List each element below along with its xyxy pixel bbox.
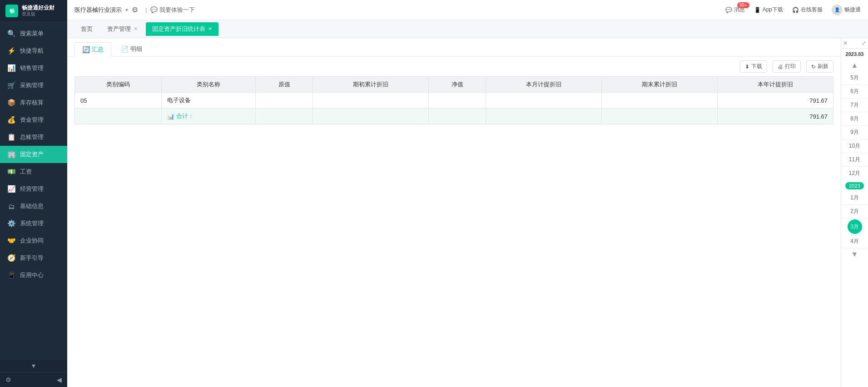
app-download-button[interactable]: 📱 App下载 (754, 6, 783, 14)
date-item-7[interactable]: 7月 (841, 99, 868, 112)
sidebar-item-quicknav[interactable]: ⚡ 快捷导航 (0, 42, 67, 60)
col-ending-accumulated: 期末累计折旧 (602, 77, 718, 93)
inner-content: 🔄 汇总 📄 明细 ⬇ 下载 🖨 打印 ↻ (67, 38, 868, 387)
sidebar-item-guide[interactable]: 🧭 新手引导 (0, 249, 67, 267)
experience-button[interactable]: 💬 我要体验一下 (150, 6, 195, 14)
quicknav-icon: ⚡ (7, 47, 15, 55)
sidebar-nav: 🔍 搜索菜单 ⚡ 快捷导航 📊 销售管理 🛒 采购管理 📦 库存核算 💰 资金管… (0, 22, 67, 360)
search-icon: 🔍 (7, 30, 15, 38)
sub-tab-summary[interactable]: 🔄 汇总 (74, 42, 111, 57)
sidebar-item-ledger[interactable]: 📋 总账管理 (0, 129, 67, 146)
refresh-button[interactable]: ↻ 刷新 (806, 60, 833, 73)
table-header-row: 类别编码 类别名称 原值 期初累计折旧 净值 本月计提折旧 期末累计折旧 本年计… (75, 77, 833, 93)
table-summary-row: 📊 合计： 791.67 (75, 109, 833, 124)
tab-asset-mgmt-close[interactable]: ✕ (134, 26, 138, 32)
sidebar-item-label: 搜索菜单 (20, 30, 44, 38)
cell-name: 电子设备 (161, 93, 256, 109)
summary-annual-depreciation: 791.67 (718, 109, 833, 124)
operations-icon: 📈 (7, 185, 15, 193)
sidebar-item-basic[interactable]: 🗂 基础信息 (0, 198, 67, 215)
sidebar-item-search[interactable]: 🔍 搜索菜单 (0, 25, 67, 42)
online-service-button[interactable]: 🎧 在线客服 (792, 6, 823, 14)
settings-icon[interactable]: ⚙ (5, 376, 11, 383)
sidebar-scroll-down[interactable]: ▼ (0, 360, 67, 372)
fixed-icon: 🏢 (7, 150, 15, 159)
col-monthly-depreciation: 本月计提折旧 (486, 77, 602, 93)
download-icon: ⬇ (745, 64, 749, 70)
sub-tab-detail[interactable]: 📄 明细 (113, 42, 150, 56)
sidebar-item-sales[interactable]: 📊 销售管理 (0, 60, 67, 77)
inventory-icon: 📦 (7, 99, 15, 107)
topbar: 医疗器械行业演示 ▾ ⚙ | 💬 我要体验一下 💬 消息 99+ 📱 App下载… (67, 0, 868, 20)
download-button[interactable]: ⬇ 下载 (740, 60, 767, 73)
tab-fixed-asset-depreciation[interactable]: 固定资产折旧统计表 ✕ (146, 22, 218, 36)
sidebar-item-label: 快捷导航 (20, 47, 44, 55)
table-wrap: 类别编码 类别名称 原值 期初累计折旧 净值 本月计提折旧 期末累计折旧 本年计… (67, 76, 841, 387)
funds-icon: 💰 (7, 116, 15, 124)
username: 畅捷通 (844, 6, 861, 14)
sidebar-footer: ⚙ ◀ (0, 372, 67, 387)
sidebar-item-inventory[interactable]: 📦 库存核算 (0, 94, 67, 111)
date-item-9[interactable]: 9月 (841, 126, 868, 139)
date-item-5[interactable]: 5月 (841, 71, 868, 85)
date-item-11[interactable]: 11月 (841, 153, 868, 167)
sidebar-item-label: 库存核算 (20, 99, 44, 107)
date-item-1[interactable]: 1月 (841, 191, 868, 205)
tab-asset-mgmt[interactable]: 资产管理 ✕ (101, 22, 144, 36)
date-panel-header: 2023.03 (844, 49, 866, 60)
print-button[interactable]: 🖨 打印 (773, 60, 801, 73)
cell-original-value (256, 93, 313, 109)
date-panel-down[interactable]: ▼ (849, 248, 860, 260)
cell-beginning-accumulated (313, 93, 429, 109)
basic-icon: 🗂 (7, 203, 15, 210)
sidebar-header: 畅 畅捷通好业财 普及版 (0, 0, 67, 22)
topbar-settings-icon[interactable]: ⚙ (132, 5, 138, 14)
date-item-10[interactable]: 10月 (841, 139, 868, 153)
sidebar-item-operations[interactable]: 📈 经营管理 (0, 180, 67, 198)
avatar: 👤 (832, 5, 843, 15)
panel-close-button[interactable]: ✕ (843, 40, 848, 46)
summary-label-cell (75, 109, 162, 124)
messages-icon: 💬 (725, 7, 732, 13)
sidebar-item-funds[interactable]: 💰 资金管理 (0, 111, 67, 129)
sidebar-item-system[interactable]: ⚙️ 系统管理 (0, 215, 67, 232)
sidebar-item-label: 固定资产 (20, 150, 44, 159)
collapse-icon[interactable]: ◀ (57, 376, 62, 383)
date-item-6[interactable]: 6月 (841, 85, 868, 99)
experience-label: 我要体验一下 (159, 6, 195, 14)
date-item-3-active[interactable]: 3月 (848, 219, 862, 234)
panel-expand-button[interactable]: ⤢ (862, 40, 866, 46)
date-item-2[interactable]: 2月 (841, 205, 868, 218)
app-title: 畅捷通好业财 (22, 5, 55, 11)
col-original-value: 原值 (256, 77, 313, 93)
col-code: 类别编码 (75, 77, 162, 93)
date-item-4[interactable]: 4月 (841, 235, 868, 248)
tab-fixed-asset-close[interactable]: ✕ (208, 26, 212, 32)
toolbar: ⬇ 下载 🖨 打印 ↻ 刷新 (67, 57, 841, 76)
summary-beginning-accumulated (313, 109, 429, 124)
date-item-8[interactable]: 8月 (841, 112, 868, 126)
messages-button[interactable]: 💬 消息 99+ (725, 6, 745, 14)
tab-home-label: 首页 (81, 25, 93, 33)
sidebar-item-apps[interactable]: 📱 应用中心 (0, 267, 67, 284)
summary-label: 📊 合计： (161, 109, 256, 124)
sidebar-item-salary[interactable]: 💵 工资 (0, 163, 67, 180)
print-icon: 🖨 (778, 64, 783, 70)
sidebar-item-enterprise[interactable]: 🤝 企业协同 (0, 232, 67, 249)
tabs-bar: 首页 资产管理 ✕ 固定资产折旧统计表 ✕ (67, 20, 868, 38)
date-panel-up[interactable]: ▲ (849, 60, 860, 71)
date-item-12[interactable]: 12月 (841, 167, 868, 180)
cell-annual-depreciation: 791.67 (718, 93, 833, 109)
sidebar-item-label: 总账管理 (20, 133, 44, 141)
sidebar-item-label: 基础信息 (20, 202, 44, 210)
messages-badge: 99+ (737, 2, 749, 8)
tab-home[interactable]: 首页 (74, 22, 99, 36)
sidebar-item-fixed[interactable]: 🏢 固定资产 (0, 146, 67, 163)
sidebar-item-purchase[interactable]: 🛒 采购管理 (0, 77, 67, 94)
depreciation-table: 类别编码 类别名称 原值 期初累计折旧 净值 本月计提折旧 期末累计折旧 本年计… (74, 76, 833, 124)
company-name: 医疗器械行业演示 (74, 6, 122, 14)
dropdown-icon[interactable]: ▾ (125, 7, 128, 13)
col-annual-depreciation: 本年计提折旧 (718, 77, 833, 93)
summary-ending-accumulated (602, 109, 718, 124)
user-menu[interactable]: 👤 畅捷通 (832, 5, 861, 15)
